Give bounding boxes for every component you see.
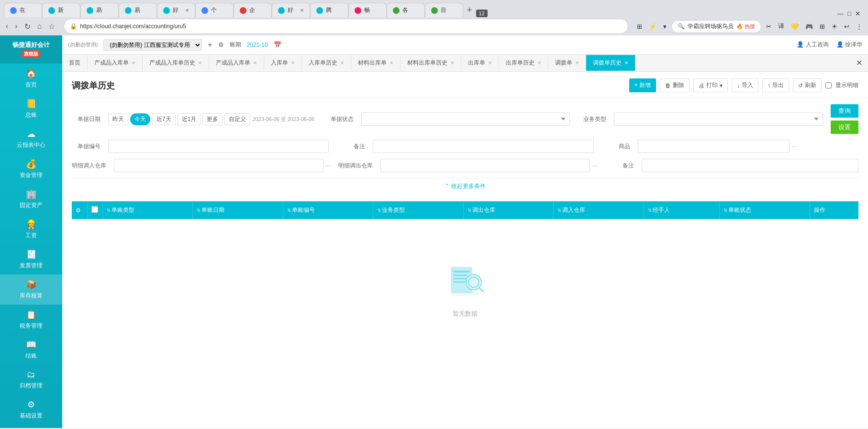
company-selector[interactable]: (勿删勿禁用) 江西服宝测试专用: [103, 39, 202, 51]
sidebar-item-closing[interactable]: 📖 结账: [0, 335, 62, 365]
tab-material-outbound-history-close[interactable]: ✕: [450, 60, 454, 66]
sidebar-item-salary[interactable]: 👷 工资: [0, 214, 62, 244]
calendar-icon[interactable]: 📅: [274, 41, 281, 48]
tab-outbound-close[interactable]: ✕: [488, 60, 492, 66]
refresh-button[interactable]: ↺ 刷新: [793, 78, 822, 92]
company-settings-icon[interactable]: ⚙: [218, 41, 224, 48]
status-select[interactable]: [361, 112, 570, 126]
search-button[interactable]: 查询: [831, 104, 858, 118]
grid-icon[interactable]: ⊞: [818, 21, 827, 32]
sidebar-item-inventory[interactable]: 📦 库存核算: [0, 275, 62, 305]
new-tab-button[interactable]: +: [463, 3, 476, 17]
browser-tab-7[interactable]: 企: [234, 3, 272, 17]
tab-close-5[interactable]: ✕: [185, 8, 189, 13]
home-button[interactable]: ⌂: [35, 20, 44, 33]
customer-service-button[interactable]: 👤 人工咨询: [797, 41, 828, 49]
tab-product-inbound-close[interactable]: ✕: [132, 60, 135, 66]
wallet-icon[interactable]: 💛: [789, 21, 801, 32]
col-handler[interactable]: ⇅ 经手人: [644, 201, 719, 219]
sidebar-item-guide[interactable]: 📘 新手引导: [0, 425, 62, 429]
browser-tab-2[interactable]: 新: [42, 3, 80, 17]
tab-home[interactable]: 首页: [62, 55, 88, 71]
close-button[interactable]: ✕: [855, 10, 860, 17]
remark-input[interactable]: [373, 140, 593, 153]
tab-outbound-history[interactable]: 出库单历史 ✕: [499, 55, 548, 71]
sun-icon[interactable]: ☀: [830, 21, 839, 32]
translate-icon[interactable]: 译: [776, 20, 786, 33]
date-1month[interactable]: 近1月: [178, 113, 201, 125]
browser-tab-9[interactable]: 腾: [310, 3, 348, 17]
col-out-warehouse[interactable]: ⇅ 调出仓库: [463, 201, 554, 219]
tab-product-inbound-history[interactable]: 产成品入库单历史 ✕: [143, 55, 209, 71]
browser-tab-1[interactable]: 在: [4, 3, 42, 17]
tab-outbound[interactable]: 出库单 ✕: [461, 55, 499, 71]
sidebar-item-reports[interactable]: ☁ 云报表中心: [0, 124, 62, 154]
browser-tab-11[interactable]: 各: [387, 3, 425, 17]
col-type[interactable]: ⇅ 单账类型: [102, 201, 193, 219]
tab-close-all-button[interactable]: ✕: [850, 55, 868, 71]
show-columns-toggle[interactable]: 显示明细: [825, 81, 858, 89]
col-status[interactable]: ⇅ 单账状态: [720, 201, 810, 219]
goods-more-icon[interactable]: ···: [791, 143, 797, 150]
show-columns-checkbox[interactable]: [825, 82, 832, 88]
sidebar-item-tax[interactable]: 📋 税务管理: [0, 305, 62, 335]
tab-inbound-close[interactable]: ✕: [291, 60, 295, 66]
browser-tab-8[interactable]: 好 ✕: [272, 3, 310, 17]
settings-button[interactable]: 设置: [831, 121, 858, 134]
tab-product-inbound[interactable]: 产成品入库单 ✕: [88, 55, 143, 71]
export-button[interactable]: ↑ 导出: [762, 78, 789, 92]
tab-transfer[interactable]: 调拨单 ✕: [548, 55, 586, 71]
add-company-button[interactable]: +: [208, 41, 212, 49]
import-button[interactable]: ↓ 导入: [732, 78, 758, 92]
detail-out-input[interactable]: [380, 159, 590, 172]
delete-button[interactable]: 🗑 删除: [660, 78, 690, 92]
browser-tab-5[interactable]: 好 ✕: [157, 3, 195, 17]
sidebar-item-home[interactable]: 🏠 首页: [0, 64, 62, 94]
scissors-icon[interactable]: ✂: [764, 21, 773, 32]
detail-out-more-icon[interactable]: ···: [592, 162, 598, 169]
tab-inbound-history-close[interactable]: ✕: [340, 60, 344, 66]
search-bar[interactable]: 🔍 学霸应聘场驱鸟员 🔥 热搜: [671, 20, 761, 33]
tab-product-inbound2-close[interactable]: ✕: [253, 60, 257, 66]
col-in-warehouse[interactable]: ⇅ 调入仓库: [554, 201, 644, 219]
back-button[interactable]: ‹: [4, 20, 10, 33]
print-button[interactable]: 🖨 打印 ▾: [693, 78, 728, 92]
browser-tab-12[interactable]: 目: [425, 3, 463, 17]
sidebar-item-ledger[interactable]: 📒 总账: [0, 94, 62, 124]
minimize-button[interactable]: —: [837, 10, 844, 17]
reload-button[interactable]: ↻: [22, 20, 33, 33]
col-number[interactable]: ⇅ 单账编号: [283, 201, 373, 219]
tab-transfer-history-close[interactable]: ✕: [624, 60, 628, 66]
undo-icon[interactable]: ↩: [842, 21, 851, 32]
goods-input[interactable]: [638, 140, 790, 153]
select-all-checkbox[interactable]: [91, 206, 98, 213]
flash-icon[interactable]: ⚡: [647, 21, 658, 32]
col-checkbox[interactable]: [87, 201, 102, 219]
col-gear[interactable]: ⚙: [72, 201, 87, 219]
browser-tab-3[interactable]: 易: [80, 3, 119, 17]
tab-product-inbound-history-close[interactable]: ✕: [198, 60, 202, 66]
browser-tab-6[interactable]: 个: [195, 3, 234, 17]
period-value[interactable]: 2021-10: [247, 42, 268, 48]
tab-material-outbound-close[interactable]: ✕: [389, 60, 393, 66]
date-7days[interactable]: 近7天: [152, 113, 176, 125]
menu-icon[interactable]: ⋮: [854, 21, 864, 32]
maximize-button[interactable]: □: [847, 10, 851, 17]
sidebar-item-archive[interactable]: 🗂 归档管理: [0, 365, 62, 395]
tab-product-inbound2[interactable]: 产成品入库单 ✕: [209, 55, 264, 71]
detail-in-more-icon[interactable]: ···: [325, 162, 331, 169]
tab-close-8[interactable]: ✕: [300, 8, 304, 13]
dropdown-icon[interactable]: ▾: [661, 21, 668, 32]
tab-material-outbound[interactable]: 材料出库单 ✕: [351, 55, 401, 71]
tab-transfer-history[interactable]: 调拨单历史 ✕: [586, 55, 635, 71]
user-avatar[interactable]: 👤 徐泽华: [836, 41, 862, 49]
sidebar-item-capital[interactable]: 💰 资金管理: [0, 154, 62, 184]
business-type-select[interactable]: [614, 112, 823, 126]
extensions-icon[interactable]: ⊞: [635, 21, 644, 32]
sidebar-item-settings[interactable]: ⚙ 基础设置: [0, 395, 62, 425]
tab-inbound[interactable]: 入库单 ✕: [264, 55, 302, 71]
tab-material-outbound-history[interactable]: 材料出库单历史 ✕: [401, 55, 461, 71]
col-date[interactable]: ⇅ 单账日期: [193, 201, 283, 219]
tab-outbound-history-close[interactable]: ✕: [537, 60, 541, 66]
date-today[interactable]: 今天: [130, 113, 150, 125]
